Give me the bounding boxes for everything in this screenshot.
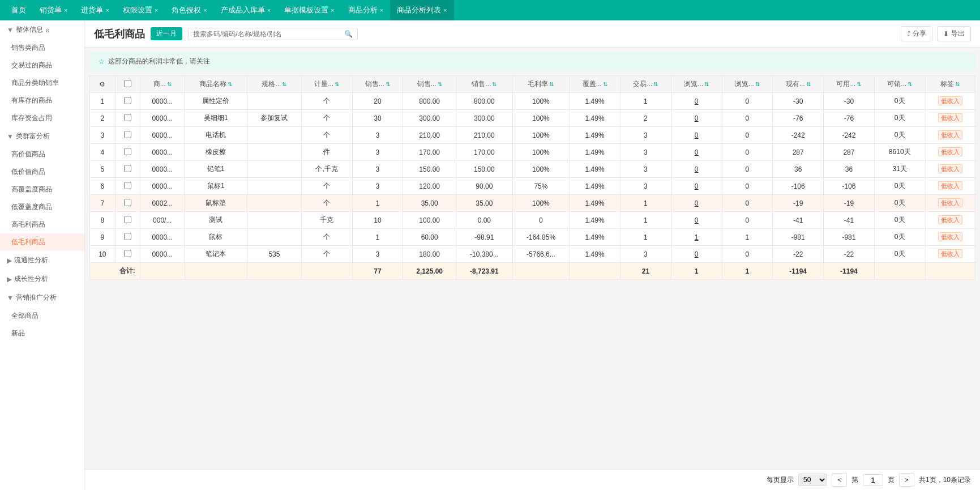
row-checkbox[interactable]	[115, 127, 140, 144]
row-checkbox[interactable]	[115, 212, 140, 229]
nav-analysis-list[interactable]: 商品分析列表 ×	[390, 0, 453, 20]
row-checkbox[interactable]	[115, 93, 140, 110]
sidebar-group-cluster[interactable]: ▼ 类群富分析	[0, 127, 84, 146]
row-code: 0000...	[140, 127, 185, 144]
nav-permissions[interactable]: 权限设置 ×	[116, 0, 165, 20]
nav-close-product[interactable]: ×	[267, 7, 271, 14]
sidebar-group-marketing[interactable]: ▼ 营销推广分析	[0, 288, 84, 307]
nav-product-receipt[interactable]: 产成品入库单 ×	[214, 0, 277, 20]
sidebar-item-high-margin[interactable]: 高毛利商品	[0, 216, 84, 233]
sidebar-item-new-goods[interactable]: 新品	[0, 325, 84, 342]
col-sales-qty[interactable]: 销售...⇅	[352, 76, 403, 93]
pagination: 每页显示 50 100 200 ＜ 第 页 ＞ 共1页，10条记录	[85, 469, 980, 490]
sidebar-item-category-rate[interactable]: 商品分类助销率	[0, 74, 84, 92]
nav-home[interactable]: 首页	[5, 0, 33, 20]
row-views1[interactable]: 1	[671, 229, 722, 246]
row-code: 0000...	[140, 144, 185, 161]
col-sales-profit[interactable]: 销售...⇅	[456, 76, 513, 93]
row-checkbox[interactable]	[115, 246, 140, 263]
row-gross-margin: 100%	[512, 110, 570, 127]
col-tag[interactable]: 标签⇅	[925, 76, 975, 93]
col-coverage[interactable]: 覆盖...⇅	[570, 76, 620, 93]
row-views1[interactable]: 0	[671, 93, 722, 110]
row-checkbox[interactable]	[115, 110, 140, 127]
row-available: -22	[824, 246, 875, 263]
search-icon[interactable]: 🔍	[344, 30, 353, 38]
row-views1[interactable]: 0	[671, 195, 722, 212]
nav-purchase-order[interactable]: 进货单 ×	[74, 0, 115, 20]
row-views1[interactable]: 0	[671, 246, 722, 263]
next-page-button[interactable]: ＞	[899, 473, 914, 487]
export-button[interactable]: ⬇ 导出	[937, 26, 971, 41]
sidebar-group-overall[interactable]: ▼ 整体信息 «	[0, 20, 84, 39]
sidebar-item-low-value[interactable]: 低价值商品	[0, 163, 84, 181]
nav-close-role[interactable]: ×	[203, 7, 207, 14]
prev-page-button[interactable]: ＜	[832, 473, 847, 487]
sidebar-item-high-value[interactable]: 高价值商品	[0, 146, 84, 163]
row-views1[interactable]: 0	[671, 127, 722, 144]
row-sales-qty: 10	[352, 212, 403, 229]
table-row: 4 0000... 橡皮擦 件 3 170.00 170.00 100% 1.4…	[90, 144, 975, 161]
nav-close-purchase[interactable]: ×	[105, 7, 109, 14]
col-available[interactable]: 可用...⇅	[824, 76, 875, 93]
nav-close-template[interactable]: ×	[331, 7, 334, 14]
sidebar-item-all-goods[interactable]: 全部商品	[0, 307, 84, 325]
row-checkbox[interactable]	[115, 195, 140, 212]
sidebar-group-growth[interactable]: ▶ 成长性分析	[0, 270, 84, 288]
col-spec[interactable]: 规格...⇅	[247, 76, 302, 93]
sidebar-item-low-coverage[interactable]: 低覆盖度商品	[0, 198, 84, 216]
nav-close-permissions[interactable]: ×	[155, 7, 158, 14]
period-button[interactable]: 近一月	[151, 27, 182, 40]
nav-template-settings[interactable]: 单据模板设置 ×	[277, 0, 341, 20]
row-gross-margin: -164.85%	[512, 229, 570, 246]
col-views2[interactable]: 浏览...⇅	[722, 76, 773, 93]
sidebar-item-in-stock[interactable]: 有库存的商品	[0, 92, 84, 109]
sidebar-item-stock-capital[interactable]: 库存资金占用	[0, 109, 84, 127]
nav-role-auth[interactable]: 角色授权 ×	[165, 0, 213, 20]
nav-close-sales[interactable]: ×	[64, 7, 67, 14]
row-stock: -41	[773, 212, 824, 229]
col-current-stock[interactable]: 现有...⇅	[773, 76, 824, 93]
arrow-cluster: ▼	[7, 133, 14, 140]
col-product-name[interactable]: 商品名称⇅	[185, 76, 247, 93]
row-sales-price: 170.00	[403, 144, 456, 161]
sidebar-item-sales-goods[interactable]: 销售类商品	[0, 39, 84, 57]
row-views2: 0	[722, 127, 773, 144]
row-checkbox[interactable]	[115, 144, 140, 161]
row-views1[interactable]: 0	[671, 212, 722, 229]
sidebar-item-traded-goods[interactable]: 交易过的商品	[0, 57, 84, 74]
col-views1[interactable]: 浏览...⇅	[671, 76, 722, 93]
row-checkbox[interactable]	[115, 178, 140, 195]
row-views1[interactable]: 0	[671, 144, 722, 161]
share-button[interactable]: ⤴ 分享	[901, 26, 932, 41]
select-all-checkbox[interactable]	[124, 80, 131, 87]
row-checkbox[interactable]	[115, 161, 140, 178]
nav-close-analysis[interactable]: ×	[380, 7, 383, 14]
row-views1[interactable]: 0	[671, 110, 722, 127]
nav-sales-order[interactable]: 销货单 ×	[33, 0, 74, 20]
sidebar-item-low-margin[interactable]: 低毛利商品	[0, 233, 84, 251]
col-unit[interactable]: 计量...⇅	[301, 76, 352, 93]
nav-close-analysis-list[interactable]: ×	[443, 7, 447, 14]
row-views1[interactable]: 0	[671, 161, 722, 178]
page-number-input[interactable]	[863, 474, 883, 486]
row-name: 笔记本	[185, 246, 247, 263]
row-unit: 个	[301, 127, 352, 144]
page-size-select[interactable]: 50 100 200	[798, 474, 827, 486]
row-sales-profit: 210.00	[456, 127, 513, 144]
search-input[interactable]	[193, 30, 344, 38]
col-gross-margin[interactable]: 毛利率⇅	[512, 76, 570, 93]
row-views2: 0	[722, 212, 773, 229]
col-saleable[interactable]: 可销...⇅	[874, 76, 925, 93]
table-row: 2 0000... 吴细细1 参加复试 个 30 300.00 300.00 1…	[90, 110, 975, 127]
col-settings[interactable]: ⚙	[90, 76, 115, 93]
row-views1[interactable]: 0	[671, 178, 722, 195]
sidebar-group-circulation[interactable]: ▶ 流通性分析	[0, 251, 84, 270]
col-transactions[interactable]: 交易...⇅	[620, 76, 671, 93]
sidebar-collapse-btn[interactable]: «	[43, 25, 52, 35]
nav-product-analysis[interactable]: 商品分析 ×	[341, 0, 390, 20]
sidebar-item-high-coverage[interactable]: 高覆盖度商品	[0, 181, 84, 198]
col-sales-price[interactable]: 销售...⇅	[403, 76, 456, 93]
col-product-code[interactable]: 商...⇅	[140, 76, 185, 93]
row-checkbox[interactable]	[115, 229, 140, 246]
